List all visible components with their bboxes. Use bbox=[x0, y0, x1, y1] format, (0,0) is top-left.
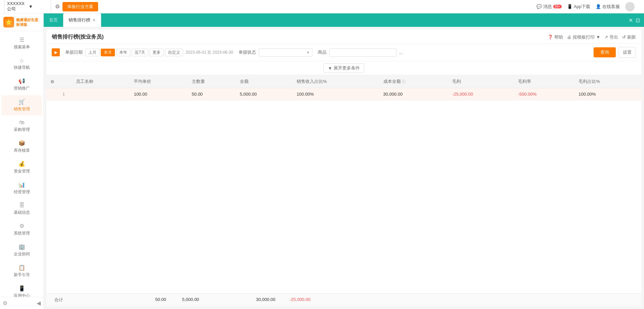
sidebar-item-appcenter[interactable]: 📱 应用中心 bbox=[1, 282, 42, 297]
window-maximize-icon[interactable]: ⊡ bbox=[636, 17, 640, 23]
basic-icon: 🗄 bbox=[19, 202, 25, 208]
logo-icon: 🌟 bbox=[3, 17, 14, 28]
cell-amount: 5,000.00 bbox=[236, 88, 293, 100]
sidebar-label-enterprise: 企业协同 bbox=[14, 251, 30, 257]
page-header: 销售排行榜(按业务员) ❓ 帮助 🖨 按模板打印 ▼ ↗ 导出 bbox=[46, 30, 641, 44]
footer-mainqty-val: 50.00 bbox=[151, 297, 178, 303]
data-table: ⚙ 员工名称 平均单价 主数量 全额 销售收入占比% 成本全额 ⓘ 毛利 毛利率… bbox=[46, 75, 641, 100]
sidebar-logo: 🌟 畅康通好生意 标准版 bbox=[0, 13, 43, 31]
status-select[interactable] bbox=[259, 48, 312, 57]
enterprise-icon: 🏢 bbox=[18, 244, 25, 250]
sidebar-item-basic[interactable]: 🗄 基础信息 bbox=[1, 199, 42, 219]
service-icon: 👤 bbox=[596, 4, 601, 9]
tab-sales-rank-label: 销售排行榜 bbox=[69, 17, 90, 23]
sales-icon: 🛒 bbox=[18, 99, 25, 105]
goods-search-input[interactable] bbox=[329, 48, 396, 57]
sidebar-item-purchase[interactable]: 🛍 采购管理 bbox=[1, 116, 42, 136]
table-row: 1 100.00 50.00 5,000.00 100.00% 30,000.0… bbox=[46, 88, 641, 100]
col-header-salesratio: 销售收入占比% bbox=[293, 75, 379, 88]
sidebar-item-quicknav[interactable]: ⌂ 快捷导航 bbox=[1, 54, 42, 74]
col-header-settings[interactable]: ⚙ bbox=[46, 75, 58, 88]
sidebar-item-system[interactable]: ⚙ 系统管理 bbox=[1, 219, 42, 240]
tab-sales-rank[interactable]: 销售排行榜 ✕ bbox=[63, 13, 101, 27]
print-dropdown-icon: ▼ bbox=[596, 35, 600, 40]
help-button[interactable]: ❓ 帮助 bbox=[548, 34, 563, 40]
top-bar-right: 💬 消息 99+ 📱 App下载 👤 在线客服 bbox=[536, 2, 640, 11]
purchase-icon: 🛍 bbox=[19, 119, 25, 125]
sidebar-item-marketing[interactable]: 📢 营销推广 bbox=[1, 74, 42, 95]
refresh-button[interactable]: ↺ 刷新 bbox=[622, 34, 636, 40]
goods-filter-group: 商品 ... bbox=[318, 48, 403, 57]
company-selector[interactable]: XXXXXX公司 ▼ bbox=[4, 0, 51, 14]
sidebar-label-operations: 经营管理 bbox=[14, 189, 30, 195]
sidebar-item-sales[interactable]: 🛒 销售管理 bbox=[1, 95, 42, 115]
sidebar-item-enterprise[interactable]: 🏢 企业协同 bbox=[1, 240, 42, 260]
operations-icon: 📊 bbox=[18, 182, 25, 188]
col-header-grossmargin: 毛利率 bbox=[514, 75, 575, 88]
col-header-amount: 全额 bbox=[236, 75, 293, 88]
app-download-button[interactable]: 📱 App下载 bbox=[567, 4, 590, 10]
date-period-label: 单据日期 bbox=[65, 49, 83, 55]
settings-icon[interactable]: ⚙ bbox=[55, 3, 60, 10]
sidebar-label-basic: 基础信息 bbox=[14, 210, 30, 215]
notification-button[interactable]: 💬 消息 99+ bbox=[536, 4, 562, 10]
window-close-icon[interactable]: ✕ bbox=[629, 17, 633, 23]
status-select-wrapper bbox=[259, 48, 312, 57]
footer-cells: 合计 50.00 5,000.00 30,000.00 -25,000.00 bbox=[50, 297, 637, 303]
sidebar-settings-icon[interactable]: ⚙ bbox=[3, 300, 7, 306]
template-print-label: 按模板打印 bbox=[573, 34, 595, 40]
expand-conditions-button[interactable]: ▼ 展开更多条件 bbox=[324, 63, 364, 73]
home-icon: ⌂ bbox=[20, 57, 24, 63]
tab-home[interactable]: 首页 bbox=[44, 13, 63, 27]
online-service-button[interactable]: 👤 在线客服 bbox=[596, 4, 620, 10]
inventory-icon: 📦 bbox=[18, 140, 25, 146]
top-bar: XXXXXX公司 ▼ ⚙ 体验行业方案 💬 消息 99+ 📱 App下载 👤 在… bbox=[0, 0, 644, 13]
filter-toggle-button[interactable]: ▶ bbox=[52, 48, 60, 56]
notification-label: 消息 bbox=[543, 4, 552, 10]
cell-rank: 1 bbox=[58, 88, 72, 100]
refresh-label: 刷新 bbox=[627, 34, 636, 40]
query-button[interactable]: 查询 bbox=[594, 47, 616, 57]
status-label: 单据状态 bbox=[239, 49, 256, 55]
sidebar-label-finance: 资金管理 bbox=[14, 168, 30, 174]
sidebar-collapse-icon[interactable]: ◀ bbox=[37, 300, 41, 306]
guide-icon: 📋 bbox=[18, 264, 25, 271]
template-print-button[interactable]: 🖨 按模板打印 ▼ bbox=[567, 34, 600, 40]
status-filter-group: 单据状态 bbox=[239, 48, 312, 57]
company-name: XXXXXX公司 bbox=[7, 1, 27, 12]
filter-settings-button[interactable]: 设置 bbox=[618, 47, 636, 58]
date-btn-more[interactable]: 更多 bbox=[149, 49, 164, 56]
sidebar-label-appcenter: 应用中心 bbox=[14, 293, 30, 297]
sidebar-item-search[interactable]: ☰ 搜索菜单 bbox=[1, 33, 42, 53]
cell-salesratio: 100.00% bbox=[293, 88, 379, 100]
expand-label: 展开更多条件 bbox=[334, 65, 360, 71]
cell-name bbox=[72, 88, 130, 100]
cell-grossratio: 100.00% bbox=[574, 88, 641, 100]
logo-text: 畅康通好生意 标准版 bbox=[16, 17, 38, 27]
sidebar: 🌟 畅康通好生意 标准版 ☰ 搜索菜单 ⌂ 快捷导航 📢 营销推广 🛒 销售管理 bbox=[0, 13, 44, 309]
cell-grossmargin: -500.00% bbox=[514, 88, 575, 100]
avatar[interactable] bbox=[625, 2, 635, 11]
sidebar-item-guide[interactable]: 📋 新手引导 bbox=[1, 261, 42, 281]
sidebar-item-operations[interactable]: 📊 经营管理 bbox=[1, 178, 42, 198]
footer-salesratio-val bbox=[212, 297, 252, 303]
date-btn-7days[interactable]: 近7天 bbox=[132, 49, 148, 56]
export-button[interactable]: ↗ 导出 bbox=[604, 34, 618, 40]
col-header-costamount: 成本全额 ⓘ bbox=[379, 75, 448, 88]
date-btn-custom[interactable]: 自定义 bbox=[165, 49, 183, 56]
tab-close-icon[interactable]: ✕ bbox=[92, 18, 96, 22]
footer-label: 合计 bbox=[50, 297, 111, 303]
online-service-label: 在线客服 bbox=[602, 4, 620, 10]
app-icon: 📱 bbox=[567, 4, 572, 9]
sidebar-item-finance[interactable]: 💰 资金管理 bbox=[1, 157, 42, 177]
trial-button[interactable]: 体验行业方案 bbox=[62, 2, 98, 11]
expand-row: ▼ 展开更多条件 bbox=[46, 61, 641, 75]
cell-settings bbox=[46, 88, 58, 100]
sidebar-label-system: 系统管理 bbox=[14, 230, 30, 236]
date-btn-last-month[interactable]: 上月 bbox=[85, 49, 99, 56]
date-btn-this-year[interactable]: 本年 bbox=[116, 49, 130, 56]
sidebar-item-inventory[interactable]: 📦 库存核算 bbox=[1, 137, 42, 157]
date-btn-this-month[interactable]: 本月 bbox=[101, 49, 115, 56]
top-bar-actions: ⚙ 体验行业方案 bbox=[55, 2, 98, 11]
more-filter-button[interactable]: ... bbox=[399, 50, 403, 55]
